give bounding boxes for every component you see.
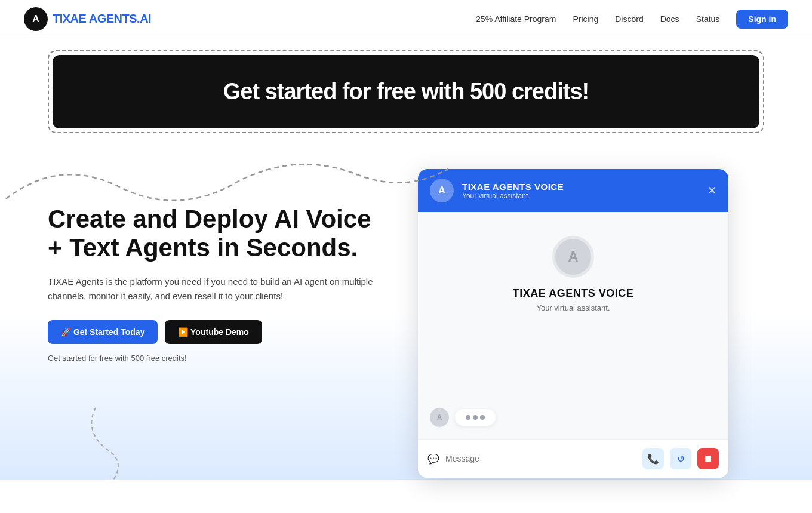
chat-close-icon[interactable]: ✕ bbox=[708, 184, 716, 197]
hero-section: Create and Deploy AI Voice + Text Agents… bbox=[48, 145, 382, 363]
logo-text: TIXAE AGENTS.AI bbox=[53, 12, 151, 26]
promo-banner: Get started for free with 500 credits! bbox=[53, 55, 759, 128]
phone-button[interactable]: 📞 bbox=[642, 448, 664, 469]
nav-discord[interactable]: Discord bbox=[615, 14, 643, 24]
agent-logo-letter: A bbox=[555, 239, 591, 275]
nav-pricing[interactable]: Pricing bbox=[573, 14, 598, 24]
chat-header-subtitle: Your virtual assistant. bbox=[462, 192, 564, 200]
agent-subtitle: Your virtual assistant. bbox=[536, 303, 610, 312]
chat-header-info: TIXAE AGENTS VOICE Your virtual assistan… bbox=[462, 182, 564, 200]
chat-widget: A TIXAE AGENTS VOICE Your virtual assist… bbox=[418, 169, 728, 478]
youtube-demo-button[interactable]: ▶️ Youtube Demo bbox=[165, 320, 262, 344]
signin-button[interactable]: Sign in bbox=[736, 10, 788, 29]
agent-logo: A bbox=[552, 236, 594, 278]
chat-message-avatar: A bbox=[430, 408, 449, 427]
typing-dot-2 bbox=[473, 415, 478, 420]
cta-buttons: 🚀 Get Started Today ▶️ Youtube Demo bbox=[48, 320, 382, 344]
nav-docs[interactable]: Docs bbox=[660, 14, 679, 24]
message-icon: 💬 bbox=[427, 453, 439, 465]
dashed-border: Get started for free with 500 credits! bbox=[48, 50, 764, 133]
free-credits-note: Get started for free with 500 free credi… bbox=[48, 354, 382, 363]
typing-dot-1 bbox=[466, 415, 470, 420]
logo-icon: A bbox=[24, 7, 48, 31]
chat-header-title: TIXAE AGENTS VOICE bbox=[462, 182, 564, 192]
chat-typing-bubble bbox=[455, 409, 496, 426]
chat-footer: 💬 📞 ↺ ⏹ bbox=[418, 439, 728, 478]
chat-header: A TIXAE AGENTS VOICE Your virtual assist… bbox=[418, 169, 728, 212]
refresh-button[interactable]: ↺ bbox=[670, 448, 691, 469]
banner-section: Get started for free with 500 credits! bbox=[0, 38, 812, 145]
get-started-button[interactable]: 🚀 Get Started Today bbox=[48, 320, 158, 344]
hero-title: Create and Deploy AI Voice + Text Agents… bbox=[48, 205, 382, 263]
dashed-path-bottom bbox=[48, 402, 167, 480]
chat-header-avatar: A bbox=[430, 179, 454, 202]
main-content: Create and Deploy AI Voice + Text Agents… bbox=[0, 145, 812, 480]
agent-name: TIXAE AGENTS VOICE bbox=[513, 287, 633, 300]
banner-text: Get started for free with 500 credits! bbox=[223, 79, 589, 104]
nav-status[interactable]: Status bbox=[696, 14, 720, 24]
stop-button[interactable]: ⏹ bbox=[697, 448, 719, 469]
chat-widget-container: A TIXAE AGENTS VOICE Your virtual assist… bbox=[418, 145, 728, 478]
chat-message-input[interactable] bbox=[445, 454, 636, 463]
hero-description: TIXAE Agents is the platform you need if… bbox=[48, 275, 382, 303]
chat-body: A TIXAE AGENTS VOICE Your virtual assist… bbox=[418, 212, 728, 439]
navbar: A TIXAE AGENTS.AI 25% Affiliate Program … bbox=[0, 0, 812, 38]
nav-links: 25% Affiliate Program Pricing Discord Do… bbox=[476, 10, 788, 29]
nav-affiliate[interactable]: 25% Affiliate Program bbox=[476, 14, 556, 24]
typing-dot-3 bbox=[480, 415, 485, 420]
chat-messages: A bbox=[430, 408, 716, 427]
logo[interactable]: A TIXAE AGENTS.AI bbox=[24, 7, 151, 31]
